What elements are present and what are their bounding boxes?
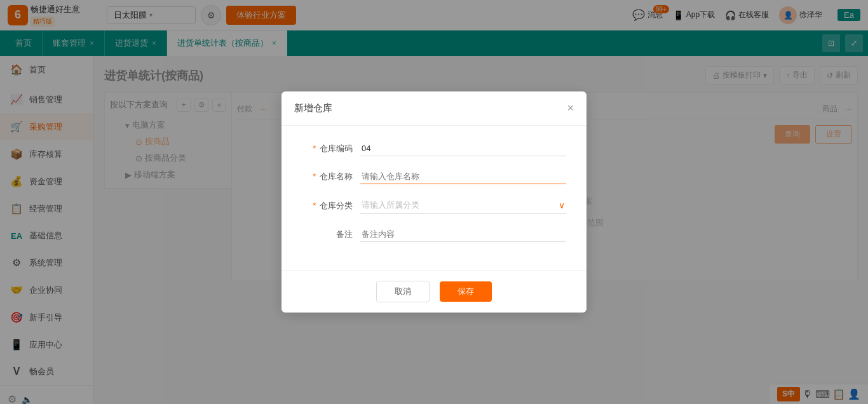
form-row-code: * 仓库编码: [302, 141, 566, 156]
name-label: * 仓库名称: [302, 171, 353, 182]
modal-body: * 仓库编码 * 仓库名称 * 仓库分类 请输入所属: [281, 126, 587, 270]
add-warehouse-modal: 新增仓库 × * 仓库编码 * 仓库名称: [281, 91, 587, 313]
modal-overlay: 新增仓库 × * 仓库编码 * 仓库名称: [0, 0, 868, 404]
form-row-category: * 仓库分类 请输入所属分类 ∨: [302, 197, 566, 214]
form-row-name: * 仓库名称: [302, 169, 566, 184]
remark-input[interactable]: [360, 227, 566, 242]
remark-label: 备注: [302, 229, 353, 240]
modal-title: 新增仓库: [294, 102, 332, 114]
category-select[interactable]: 请输入所属分类 ∨: [360, 197, 566, 214]
category-placeholder: 请输入所属分类: [362, 199, 419, 211]
category-arrow-icon: ∨: [559, 200, 565, 210]
code-input[interactable]: [360, 141, 566, 156]
modal-close-icon[interactable]: ×: [567, 102, 574, 115]
form-row-remark: 备注: [302, 227, 566, 242]
modal-footer: 取消 保存: [281, 270, 587, 313]
code-label: * 仓库编码: [302, 143, 353, 154]
cancel-button[interactable]: 取消: [376, 281, 430, 302]
category-label: * 仓库分类: [302, 200, 353, 212]
save-button[interactable]: 保存: [440, 281, 492, 302]
name-input[interactable]: [360, 169, 566, 184]
modal-header: 新增仓库 ×: [281, 91, 587, 126]
